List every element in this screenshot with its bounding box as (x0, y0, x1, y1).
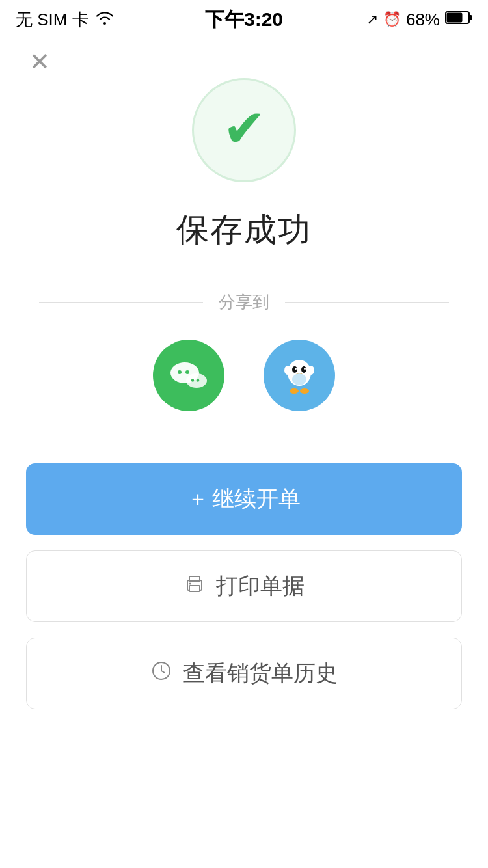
svg-point-23 (189, 583, 191, 585)
success-title: 保存成功 (176, 208, 312, 252)
divider-line-left (39, 302, 203, 303)
continue-label: 继续开单 (212, 484, 301, 514)
svg-point-17 (308, 366, 314, 375)
svg-point-7 (191, 379, 194, 381)
wifi-icon (96, 10, 114, 29)
history-button[interactable]: 查看销货单历史 (26, 638, 462, 709)
qq-icon (281, 356, 318, 395)
svg-point-18 (290, 388, 299, 394)
plus-icon: ＋ (187, 485, 208, 513)
svg-rect-1 (469, 15, 472, 20)
share-label: 分享到 (203, 291, 285, 314)
svg-point-8 (197, 379, 199, 381)
continue-button[interactable]: ＋ 继续开单 (26, 463, 462, 535)
svg-point-11 (301, 366, 306, 373)
share-icons-row (153, 340, 335, 411)
wechat-icon (168, 357, 210, 394)
qq-share-button[interactable] (264, 340, 335, 411)
svg-rect-22 (189, 586, 200, 591)
close-icon: ✕ (29, 49, 50, 74)
svg-point-6 (185, 370, 189, 374)
main-content: ✔ 保存成功 分享到 (0, 39, 488, 868)
wechat-share-button[interactable] (153, 340, 224, 411)
history-label: 查看销货单历史 (183, 658, 338, 688)
svg-point-12 (295, 368, 297, 370)
alarm-icon: ⏰ (383, 11, 401, 28)
status-bar: 无 SIM 卡 下午3:20 ↗ ⏰ 68% (0, 0, 488, 39)
location-icon: ↗ (366, 11, 378, 28)
status-time: 下午3:20 (205, 7, 283, 33)
print-icon (183, 573, 206, 600)
checkmark-icon: ✔ (223, 103, 266, 155)
svg-point-13 (304, 368, 306, 370)
success-circle: ✔ (192, 78, 296, 182)
action-buttons: ＋ 继续开单 打印单据 查看销货单历史 (0, 463, 488, 709)
svg-point-5 (178, 370, 182, 374)
status-right: ↗ ⏰ 68% (366, 10, 472, 30)
battery-icon (445, 10, 472, 29)
status-left: 无 SIM 卡 (16, 8, 114, 31)
history-icon (150, 660, 172, 687)
svg-point-19 (300, 388, 309, 394)
svg-point-10 (292, 366, 297, 373)
svg-point-15 (292, 373, 306, 385)
divider-line-right (285, 302, 449, 303)
print-button[interactable]: 打印单据 (26, 550, 462, 622)
svg-rect-2 (447, 13, 463, 23)
close-button[interactable]: ✕ (23, 46, 56, 78)
no-sim-label: 无 SIM 卡 (16, 8, 89, 31)
share-divider: 分享到 (0, 291, 488, 314)
print-label: 打印单据 (216, 571, 305, 601)
svg-point-16 (284, 366, 291, 375)
battery-percent: 68% (406, 10, 440, 30)
